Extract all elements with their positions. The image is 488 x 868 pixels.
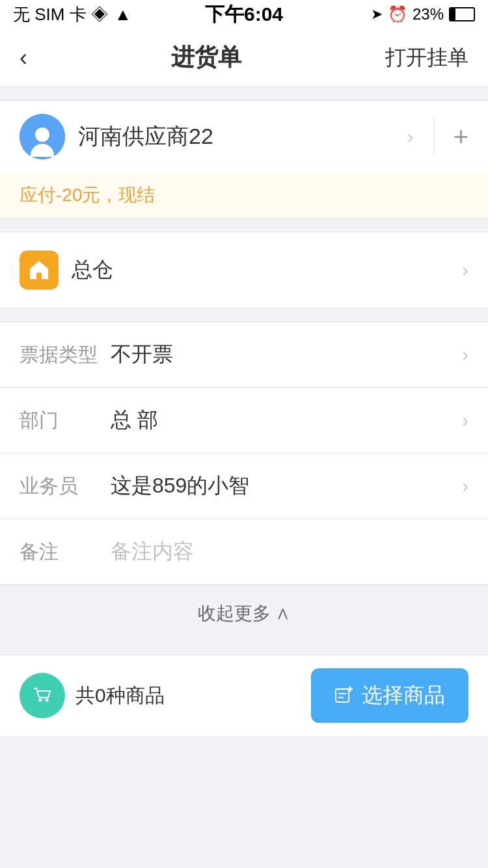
- status-bar-left: 无 SIM 卡 ◈ ▲: [13, 3, 131, 26]
- notice-bar: 应付-20元，现结: [0, 172, 488, 218]
- invoice-type-chevron-icon: ›: [462, 344, 468, 366]
- supplier-actions: › +: [407, 117, 468, 156]
- vertical-divider: [433, 117, 434, 156]
- cart-icon: [30, 683, 55, 708]
- warehouse-section[interactable]: 总仓 ›: [0, 232, 488, 308]
- warehouse-chevron-icon: ›: [462, 259, 468, 281]
- bottom-bar: 共0种商品 选择商品: [0, 655, 488, 736]
- page-title: 进货单: [171, 42, 241, 74]
- invoice-type-value: 不开票: [111, 340, 462, 369]
- back-button[interactable]: ‹: [20, 44, 27, 72]
- warehouse-name: 总仓: [72, 256, 462, 284]
- battery-icon: [449, 7, 475, 21]
- fields-section: 票据类型 不开票 › 部门 总 部 › 业务员 这是859的小智 › 备注 备注…: [0, 321, 488, 585]
- collapse-label: 收起更多 ∧: [198, 601, 291, 626]
- department-value: 总 部: [111, 406, 462, 435]
- remark-label: 备注: [20, 539, 111, 565]
- cart-icon-wrap: [20, 673, 65, 718]
- svg-rect-2: [336, 689, 349, 702]
- battery-level: 23%: [413, 5, 444, 23]
- select-goods-button[interactable]: 选择商品: [311, 668, 468, 723]
- svg-point-0: [39, 699, 42, 702]
- warehouse-icon-wrap: [20, 251, 59, 290]
- location-icon: ➤: [371, 6, 383, 23]
- select-goods-icon: [334, 685, 355, 706]
- department-row[interactable]: 部门 总 部 ›: [0, 388, 488, 454]
- add-icon[interactable]: +: [454, 122, 468, 152]
- warehouse-row[interactable]: 总仓 ›: [0, 232, 488, 308]
- supplier-section: 河南供应商22 › + 应付-20元，现结: [0, 100, 488, 219]
- remark-row[interactable]: 备注 备注内容: [0, 519, 488, 584]
- supplier-avatar: [20, 114, 65, 159]
- warehouse-icon: [27, 258, 51, 282]
- wifi-icon: ▲: [115, 5, 131, 25]
- nav-bar: ‹ 进货单 打开挂单: [0, 29, 488, 87]
- body-background: [0, 736, 488, 866]
- invoice-type-row[interactable]: 票据类型 不开票 ›: [0, 322, 488, 388]
- salesperson-value: 这是859的小智: [111, 472, 462, 500]
- collapse-row[interactable]: 收起更多 ∧: [0, 585, 488, 642]
- supplier-chevron-icon: ›: [407, 126, 414, 148]
- sim-status: 无 SIM 卡 ◈: [13, 3, 108, 26]
- section-gap-2: [0, 219, 488, 232]
- goods-info: 共0种商品: [20, 673, 165, 718]
- status-bar-right: ➤ ⏰ 23%: [371, 5, 475, 23]
- supplier-name: 河南供应商22: [78, 122, 407, 152]
- supplier-row[interactable]: 河南供应商22 › +: [0, 101, 488, 172]
- goods-count: 共0种商品: [75, 683, 165, 709]
- status-bar: 无 SIM 卡 ◈ ▲ 下午6:04 ➤ ⏰ 23%: [0, 0, 488, 29]
- remark-placeholder[interactable]: 备注内容: [111, 537, 468, 566]
- salesperson-row[interactable]: 业务员 这是859的小智 ›: [0, 454, 488, 519]
- section-gap-4: [0, 642, 488, 655]
- invoice-type-label: 票据类型: [20, 342, 111, 368]
- department-label: 部门: [20, 407, 111, 434]
- department-chevron-icon: ›: [462, 409, 468, 431]
- notice-text: 应付-20元，现结: [20, 185, 155, 205]
- section-gap-3: [0, 308, 488, 321]
- svg-point-1: [46, 699, 49, 702]
- status-bar-time: 下午6:04: [205, 1, 283, 28]
- salesperson-label: 业务员: [20, 473, 111, 500]
- select-goods-label: 选择商品: [362, 681, 445, 710]
- open-pending-button[interactable]: 打开挂单: [385, 44, 468, 72]
- salesperson-chevron-icon: ›: [462, 475, 468, 497]
- alarm-icon: ⏰: [388, 5, 407, 23]
- section-gap-1: [0, 87, 488, 100]
